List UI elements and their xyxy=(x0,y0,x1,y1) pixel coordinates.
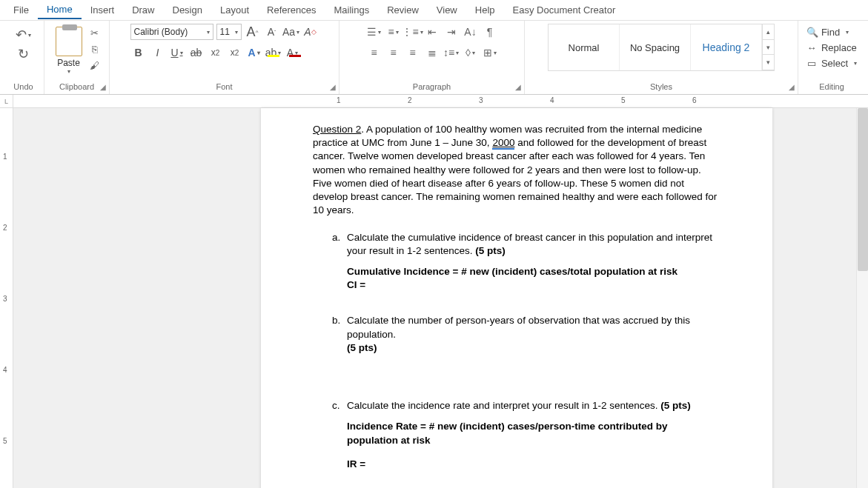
grow-font-button[interactable]: A^ xyxy=(245,24,261,40)
font-size-select[interactable]: 11▾ xyxy=(216,24,242,40)
paragraph-dialog-launcher[interactable]: ◢ xyxy=(515,83,521,91)
replace-button[interactable]: ↔Replace xyxy=(806,42,857,53)
strikethrough-button[interactable]: ab xyxy=(188,44,205,61)
ribbon: ↶ ↻ Undo Paste ▾ ✂ ⎘ 🖌 Clipboard ◢ xyxy=(0,21,868,95)
item-a[interactable]: a. Calculate the cumulative incidence of… xyxy=(332,231,720,293)
align-left-button[interactable]: ≡ xyxy=(366,44,382,61)
document-page[interactable]: Question 2. A population of 100 healthy … xyxy=(261,108,772,488)
document-area: L 1 2 3 4 5 6 1 2 3 4 5 6 Question 2. A … xyxy=(0,95,868,488)
item-a-pts: (5 pts) xyxy=(475,245,506,256)
search-icon: 🔍 xyxy=(806,27,817,38)
tab-view[interactable]: View xyxy=(428,1,466,19)
item-c-formula2: IR = xyxy=(347,458,365,469)
undo-button[interactable]: ↶ xyxy=(13,27,34,43)
decrease-indent-button[interactable]: ⇤ xyxy=(424,24,440,40)
tab-help[interactable]: Help xyxy=(466,1,504,19)
h-tick-4: 4 xyxy=(550,96,554,104)
format-painter-button[interactable]: 🖌 xyxy=(88,59,102,71)
v-tick-4: 4 xyxy=(3,366,7,374)
copy-button[interactable]: ⎘ xyxy=(88,43,102,55)
cut-button[interactable]: ✂ xyxy=(88,27,102,39)
item-c[interactable]: c. Calculate the incidence rate and inte… xyxy=(332,399,720,471)
styles-down-icon[interactable]: ▾ xyxy=(763,40,774,56)
align-center-button[interactable]: ≡ xyxy=(385,44,402,61)
show-marks-button[interactable]: ¶ xyxy=(482,24,498,40)
tab-design[interactable]: Design xyxy=(164,1,211,19)
item-c-formula1: Incidence Rate = # new (incident) cases/… xyxy=(347,421,667,445)
tab-home[interactable]: Home xyxy=(38,1,82,19)
group-font: Calibri (Body)▾ 11▾ A^ Aˇ Aa A◇ B I U ab… xyxy=(110,21,339,94)
v-tick-5: 5 xyxy=(3,437,7,445)
font-dialog-launcher[interactable]: ◢ xyxy=(330,83,336,91)
subscript-button[interactable]: x2 xyxy=(208,44,224,61)
superscript-button[interactable]: x2 xyxy=(227,44,243,61)
h-tick-6: 6 xyxy=(692,96,697,104)
group-undo: ↶ ↻ Undo xyxy=(3,21,44,94)
h-tick-2: 2 xyxy=(408,96,412,104)
v-tick-2: 2 xyxy=(3,224,7,232)
bold-button[interactable]: B xyxy=(130,44,147,61)
highlight-button[interactable]: ab xyxy=(265,44,282,61)
group-paragraph: ☰ ≡ ⋮≡ ⇤ ⇥ A↓ ¶ ≡ ≡ ≡ ≣ ↕≡ ◊ ⊞ Paragraph… xyxy=(339,21,525,94)
sort-button[interactable]: A↓ xyxy=(463,24,479,40)
style-normal[interactable]: Normal xyxy=(549,24,620,70)
change-case-button[interactable]: Aa xyxy=(283,24,299,40)
tab-layout[interactable]: Layout xyxy=(211,1,258,19)
paste-button[interactable]: Paste ▾ xyxy=(53,24,85,75)
numbering-button[interactable]: ≡ xyxy=(385,24,402,40)
underline-button[interactable]: U xyxy=(169,44,185,61)
tab-mailings[interactable]: Mailings xyxy=(325,1,379,19)
tab-review[interactable]: Review xyxy=(378,1,428,19)
group-editing: 🔍Find▾ ↔Replace ▭Select▾ Editing xyxy=(798,21,865,94)
borders-button[interactable]: ⊞ xyxy=(482,44,498,61)
group-label-clipboard: Clipboard xyxy=(59,82,94,93)
italic-button[interactable]: I xyxy=(150,44,166,61)
ruler-corner[interactable]: L xyxy=(0,95,13,108)
clear-format-button[interactable]: A◇ xyxy=(302,24,319,40)
paste-label: Paste xyxy=(57,58,80,68)
tab-draw[interactable]: Draw xyxy=(123,1,163,19)
item-b-pts: (5 pts) xyxy=(347,342,377,353)
font-color-button[interactable]: A xyxy=(285,44,301,61)
scrollbar-thumb[interactable] xyxy=(858,108,868,271)
justify-button[interactable]: ≣ xyxy=(424,44,440,61)
tab-file[interactable]: File xyxy=(4,1,38,19)
ruler-vertical[interactable]: 1 2 3 4 5 6 xyxy=(0,108,13,488)
shading-button[interactable]: ◊ xyxy=(463,44,479,61)
align-right-button[interactable]: ≡ xyxy=(405,44,421,61)
font-name-value: Calibri (Body) xyxy=(134,27,188,37)
group-label-undo: Undo xyxy=(13,82,33,93)
shrink-font-button[interactable]: Aˇ xyxy=(264,24,280,40)
style-heading2[interactable]: Heading 2 xyxy=(691,24,762,70)
find-label: Find xyxy=(821,27,840,38)
styles-up-icon[interactable]: ▴ xyxy=(763,24,774,40)
question-paragraph[interactable]: Question 2. A population of 100 healthy … xyxy=(313,123,720,218)
menu-bar: File Home Insert Draw Design Layout Refe… xyxy=(0,0,868,21)
v-tick-3: 3 xyxy=(3,295,7,303)
increase-indent-button[interactable]: ⇥ xyxy=(443,24,460,40)
font-size-value: 11 xyxy=(220,27,230,37)
tab-references[interactable]: References xyxy=(258,1,325,19)
clipboard-dialog-launcher[interactable]: ◢ xyxy=(100,83,106,91)
item-b[interactable]: b. Calculate the number of person-years … xyxy=(332,314,720,355)
font-name-select[interactable]: Calibri (Body)▾ xyxy=(130,24,213,40)
group-clipboard: Paste ▾ ✂ ⎘ 🖌 Clipboard ◢ xyxy=(44,21,110,94)
bullets-button[interactable]: ☰ xyxy=(366,24,382,40)
redo-button[interactable]: ↻ xyxy=(13,46,34,62)
ruler-horizontal[interactable]: 1 2 3 4 5 6 xyxy=(13,95,868,108)
select-button[interactable]: ▭Select▾ xyxy=(806,58,857,69)
tab-insert[interactable]: Insert xyxy=(82,1,124,19)
styles-scroll[interactable]: ▴ ▾ ▾ xyxy=(762,24,774,70)
question-number: Question 2 xyxy=(313,124,361,135)
line-spacing-button[interactable]: ↕≡ xyxy=(443,44,460,61)
item-c-pts: (5 pts) xyxy=(660,400,691,411)
sub-items: a. Calculate the cumulative incidence of… xyxy=(332,231,720,488)
multilevel-list-button[interactable]: ⋮≡ xyxy=(405,24,421,40)
styles-dialog-launcher[interactable]: ◢ xyxy=(789,83,795,91)
vertical-scrollbar[interactable] xyxy=(856,108,868,488)
text-effects-button[interactable]: A xyxy=(246,44,262,61)
find-button[interactable]: 🔍Find▾ xyxy=(806,27,857,38)
style-no-spacing[interactable]: No Spacing xyxy=(620,24,691,70)
tab-easy-doc-creator[interactable]: Easy Document Creator xyxy=(504,1,625,19)
styles-more-icon[interactable]: ▾ xyxy=(763,55,774,70)
